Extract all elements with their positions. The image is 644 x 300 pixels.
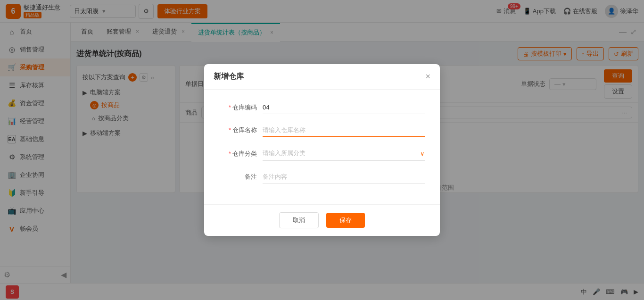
modal-header: 新增仓库 × — [204, 64, 440, 90]
code-label: 仓库编码 — [219, 103, 257, 112]
modal-footer: 取消 保存 — [204, 204, 440, 236]
form-row-name: 仓库名称 — [219, 124, 425, 137]
code-input[interactable] — [263, 101, 425, 114]
name-input[interactable] — [263, 124, 425, 137]
modal-title: 新增仓库 — [214, 72, 244, 82]
category-label: 仓库分类 — [219, 150, 257, 158]
name-label: 仓库名称 — [219, 126, 257, 134]
modal-body: 仓库编码 仓库名称 仓库分类 请输入所属分类 ∨ 备注 — [204, 90, 440, 204]
note-label: 备注 — [219, 173, 257, 181]
form-row-code: 仓库编码 — [219, 101, 425, 114]
category-placeholder: 请输入所属分类 — [263, 149, 305, 158]
form-row-category: 仓库分类 请输入所属分类 ∨ — [219, 146, 425, 161]
form-row-note: 备注 — [219, 170, 425, 183]
category-arrow-icon: ∨ — [420, 150, 425, 157]
modal-overlay: 新增仓库 × 仓库编码 仓库名称 仓库分类 请输入所属分类 ∨ — [0, 0, 644, 300]
category-select[interactable]: 请输入所属分类 ∨ — [263, 146, 425, 161]
modal-close-button[interactable]: × — [425, 72, 430, 82]
modal-dialog: 新增仓库 × 仓库编码 仓库名称 仓库分类 请输入所属分类 ∨ — [204, 64, 440, 236]
cancel-button[interactable]: 取消 — [279, 212, 319, 228]
save-button[interactable]: 保存 — [326, 213, 365, 228]
note-input[interactable] — [263, 170, 425, 183]
